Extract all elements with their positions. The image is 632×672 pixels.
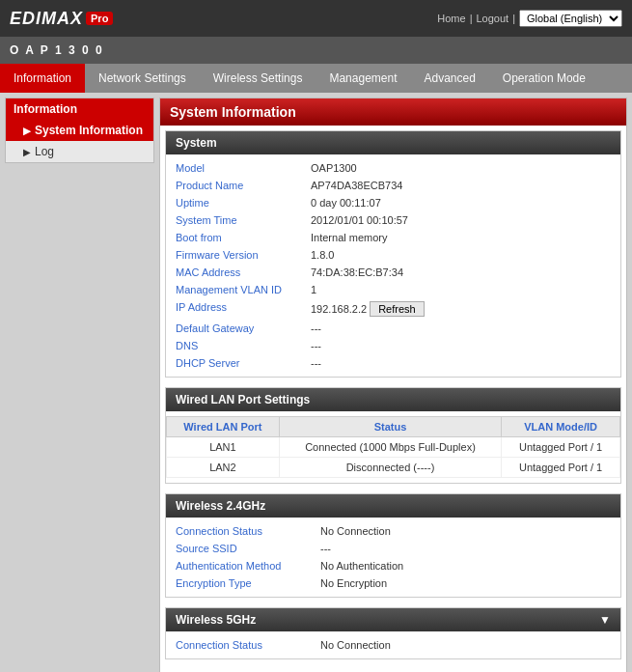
- field-label: DNS: [166, 337, 301, 354]
- lan-row: LAN2Disconnected (----)Untagged Port / 1: [167, 458, 620, 478]
- device-name: O A P 1 3 0 0: [10, 43, 104, 57]
- logo-pro: Pro: [86, 12, 113, 25]
- nav-item-advanced[interactable]: Advanced: [410, 64, 488, 93]
- sidebar-item-system-information[interactable]: ▶ System Information: [6, 120, 153, 141]
- refresh-button[interactable]: Refresh: [370, 301, 425, 317]
- system-section-header: System: [166, 131, 620, 154]
- sidebar-item-log[interactable]: ▶ Log: [6, 141, 153, 162]
- field-value: OAP1300: [301, 159, 620, 177]
- language-select[interactable]: Global (English): [519, 10, 622, 27]
- sidebar-section-title: Information: [6, 98, 153, 120]
- sidebar-log-label: Log: [35, 145, 54, 158]
- nav-item-information[interactable]: Information: [0, 64, 85, 93]
- logo: EDIMAX Pro: [10, 9, 113, 29]
- system-field-row: Default Gateway---: [166, 320, 620, 337]
- wireless-field-label: Encryption Type: [166, 574, 311, 592]
- wireless-24-header: Wireless 2.4GHz: [166, 494, 620, 518]
- field-value: 192.168.2.2 Refresh: [301, 298, 620, 320]
- wireless-field-row: Source SSID---: [166, 540, 620, 557]
- field-label: Boot from: [166, 229, 301, 246]
- sidebar: Information ▶ System Information ▶ Log: [5, 98, 154, 672]
- nav-item-management[interactable]: Management: [316, 64, 410, 93]
- nav-item-operation-mode[interactable]: Operation Mode: [489, 64, 599, 93]
- device-bar: O A P 1 3 0 0: [0, 37, 632, 64]
- content-scroll[interactable]: System ModelOAP1300Product NameAP74DA38E…: [160, 126, 626, 666]
- wireless-24-label: Wireless 2.4GHz: [176, 499, 265, 513]
- wireless-5-field-value: No Connection: [311, 636, 620, 654]
- system-field-row: System Time2012/01/01 00:10:57: [166, 211, 620, 229]
- wireless-24-section: Wireless 2.4GHz Connection StatusNo Conn…: [165, 493, 621, 598]
- top-links: Home | Logout | Global (English): [437, 10, 622, 27]
- logo-edimax: EDIMAX: [10, 9, 83, 29]
- lan-cell: LAN1: [167, 437, 280, 458]
- wireless-field-label: Connection Status: [166, 522, 311, 540]
- system-field-row: Uptime0 day 00:11:07: [166, 194, 620, 211]
- field-label: DHCP Server: [166, 354, 301, 372]
- content: System Information System ModelOAP1300Pr…: [159, 98, 627, 672]
- wireless-5-field-row: Connection StatusNo Connection: [166, 636, 620, 654]
- field-value: 1.8.0: [301, 246, 620, 264]
- wireless-field-row: Authentication MethodNo Authentication: [166, 557, 620, 574]
- nav-item-network-settings[interactable]: Network Settings: [85, 64, 200, 93]
- lan-cell: Disconnected (----): [279, 458, 501, 478]
- field-value: 2012/01/01 00:10:57: [301, 211, 620, 229]
- field-label: System Time: [166, 211, 301, 229]
- field-label: IP Address: [166, 298, 301, 320]
- system-field-row: MAC Address74:DA:38:EC:B7:34: [166, 264, 620, 281]
- field-value: 74:DA:38:EC:B7:34: [301, 264, 620, 281]
- nav-item-wireless-settings[interactable]: Wireless Settings: [200, 64, 316, 93]
- lan-cell: LAN2: [167, 458, 280, 478]
- wireless-field-value: ---: [311, 540, 620, 557]
- field-label: Default Gateway: [166, 320, 301, 337]
- wired-lan-section: Wired LAN Port Settings Wired LAN PortSt…: [165, 387, 621, 484]
- lan-column-header: Wired LAN Port: [167, 417, 280, 437]
- wired-lan-header-label: Wired LAN Port Settings: [176, 393, 310, 406]
- wireless-field-value: No Authentication: [311, 557, 620, 574]
- content-title: System Information: [160, 98, 626, 126]
- wireless-field-value: No Encryption: [311, 574, 620, 592]
- home-link[interactable]: Home: [437, 13, 465, 24]
- system-field-row: DNS---: [166, 337, 620, 354]
- system-section: System ModelOAP1300Product NameAP74DA38E…: [165, 130, 621, 378]
- wireless-field-value: No Connection: [311, 522, 620, 540]
- system-header-label: System: [176, 136, 217, 150]
- wireless-field-label: Source SSID: [166, 540, 311, 557]
- wireless-5-body: Connection StatusNo Connection: [166, 631, 620, 658]
- wireless-5-label: Wireless 5GHz: [176, 613, 256, 627]
- nav: InformationNetwork SettingsWireless Sett…: [0, 64, 632, 93]
- field-value: ---: [301, 337, 620, 354]
- field-label: Uptime: [166, 194, 301, 211]
- wireless-5-header: Wireless 5GHz ▼: [166, 608, 620, 631]
- system-field-row: Firmware Version1.8.0: [166, 246, 620, 264]
- wireless-5-field-label: Connection Status: [166, 636, 311, 654]
- wireless-5-table: Connection StatusNo Connection: [166, 636, 620, 654]
- field-value: ---: [301, 320, 620, 337]
- lan-column-header: Status: [279, 417, 501, 437]
- arrow-icon: ▶: [23, 126, 31, 136]
- lan-cell: Untagged Port / 1: [502, 437, 620, 458]
- wireless-24-table: Connection StatusNo ConnectionSource SSI…: [166, 522, 620, 592]
- system-field-row: DHCP Server---: [166, 354, 620, 372]
- sidebar-section: Information ▶ System Information ▶ Log: [5, 98, 154, 163]
- field-label: MAC Address: [166, 264, 301, 281]
- system-field-row: Boot fromInternal memory: [166, 229, 620, 246]
- lan-row: LAN1Connected (1000 Mbps Full-Duplex)Unt…: [167, 437, 620, 458]
- logout-link[interactable]: Logout: [476, 13, 508, 24]
- wireless-field-row: Encryption TypeNo Encryption: [166, 574, 620, 592]
- lan-cell: Untagged Port / 1: [502, 458, 620, 478]
- field-label: Product Name: [166, 177, 301, 194]
- main-layout: Information ▶ System Information ▶ Log S…: [0, 93, 632, 672]
- wireless-24-body: Connection StatusNo ConnectionSource SSI…: [166, 518, 620, 597]
- system-info-table: ModelOAP1300Product NameAP74DA38ECB734Up…: [166, 159, 620, 372]
- field-value: ---: [301, 354, 620, 372]
- system-field-row: ModelOAP1300: [166, 159, 620, 177]
- field-label: Firmware Version: [166, 246, 301, 264]
- field-label: Management VLAN ID: [166, 281, 301, 298]
- arrow-icon: ▶: [23, 147, 31, 157]
- wired-lan-header: Wired LAN Port Settings: [166, 388, 620, 411]
- system-section-body: ModelOAP1300Product NameAP74DA38ECB734Up…: [166, 154, 620, 377]
- scroll-down-icon: ▼: [599, 613, 611, 627]
- wireless-5-section: Wireless 5GHz ▼ Connection StatusNo Conn…: [165, 607, 621, 659]
- system-field-row: Product NameAP74DA38ECB734: [166, 177, 620, 194]
- lan-table: Wired LAN PortStatusVLAN Mode/ID LAN1Con…: [166, 416, 620, 478]
